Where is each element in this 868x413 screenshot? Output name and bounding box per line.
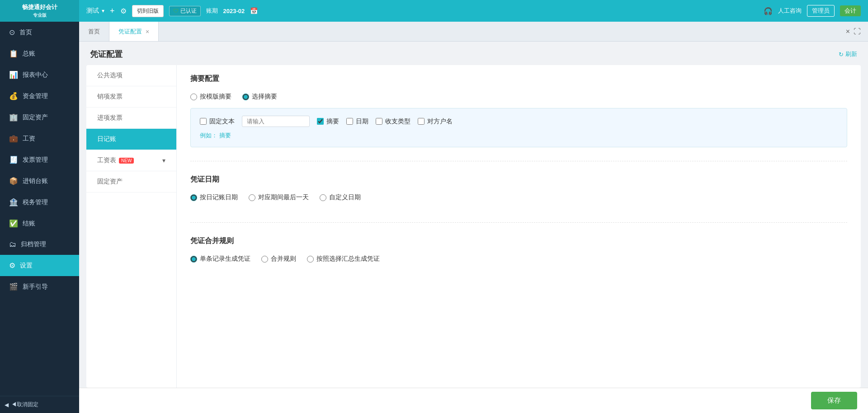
merge-summary-gen-label: 按照选择汇总生成凭证	[316, 255, 380, 263]
sidebar-item-tax[interactable]: 🏦 税务管理	[0, 192, 79, 213]
refresh-btn[interactable]: ↻ 刷新	[839, 50, 857, 58]
sidebar-collapse-btn[interactable]: ◀ ◀取消固定	[0, 396, 79, 413]
company-name-display[interactable]: 测试 ▾	[86, 7, 104, 15]
summary-template-radio[interactable]	[190, 94, 197, 100]
nav-fixed-assets-label: 固定资产	[97, 178, 123, 185]
type-checkbox[interactable]	[376, 118, 382, 125]
user-btn[interactable]: 管理员	[807, 5, 835, 17]
nav-sales-invoice[interactable]: 销项发票	[86, 86, 176, 108]
logo-line1: 畅捷通好会计	[22, 3, 57, 11]
sidebar-item-invoice[interactable]: 🧾 发票管理	[0, 149, 79, 170]
settings-icon[interactable]: ⚙	[120, 7, 127, 15]
date-option-period-last[interactable]: 对应期间最后一天	[249, 193, 309, 202]
tab-voucher-config[interactable]: 凭证配置 ×	[109, 22, 159, 41]
date-option-custom[interactable]: 自定义日期	[320, 193, 361, 202]
sidebar: ⊙ 首页 📋 总账 📊 报表中心 💰 资金管理 🏢 固定资产 💼 工资	[0, 22, 79, 413]
sidebar-item-reports[interactable]: 📊 报表中心	[0, 64, 79, 85]
date-option-journal[interactable]: 按日记账日期	[190, 193, 238, 202]
sidebar-item-assets[interactable]: 🏢 固定资产	[0, 107, 79, 128]
summary-checkbox-option[interactable]: 摘要	[317, 117, 339, 126]
nav-purchase-invoice[interactable]: 进项发票	[86, 108, 176, 129]
shield-icon: 🛡	[173, 8, 179, 14]
sidebar-item-purchase[interactable]: 📦 进销台账	[0, 170, 79, 192]
add-icon[interactable]: +	[110, 6, 115, 16]
merge-rules-radio[interactable]	[261, 256, 268, 263]
sidebar-item-settings[interactable]: ⚙ 设置	[0, 255, 79, 276]
nav-fixed-assets[interactable]: 固定资产	[86, 171, 176, 192]
sidebar-item-label-assets: 固定资产	[23, 113, 48, 122]
topbar-middle: 测试 ▾ + ⚙ 切到旧版 🛡 已认证 账期 2023-02 📅	[79, 5, 764, 17]
tab-bar: 首页 凭证配置 × × ⛶	[79, 22, 868, 42]
funds-icon: 💰	[9, 92, 18, 100]
summary-option-select[interactable]: 选择摘要	[242, 93, 277, 101]
sidebar-item-archive[interactable]: 🗂 归档管理	[0, 234, 79, 255]
accountant-btn[interactable]: 会计	[840, 5, 861, 16]
app-logo: 畅捷通好会计 专业版	[0, 0, 79, 22]
fixed-text-checkbox[interactable]	[200, 118, 207, 125]
sidebar-item-label-home: 首页	[19, 28, 32, 37]
merge-option-single[interactable]: 单条记录生成凭证	[190, 255, 250, 263]
page-content: 凭证配置 ↻ 刷新 公共选项 销项发票 进项发票	[79, 42, 868, 413]
counterpart-checkbox-label: 对方户名	[427, 117, 453, 126]
merge-option-rules[interactable]: 合并规则	[261, 255, 296, 263]
sidebar-item-label-ledger: 总账	[23, 50, 35, 58]
calendar-icon[interactable]: 📅	[250, 7, 258, 14]
main-layout: ⊙ 首页 📋 总账 📊 报表中心 💰 资金管理 🏢 固定资产 💼 工资	[0, 22, 868, 413]
guide-icon: 🎬	[9, 282, 18, 291]
sidebar-item-salary[interactable]: 💼 工资	[0, 128, 79, 149]
sidebar-item-funds[interactable]: 💰 资金管理	[0, 85, 79, 107]
tab-close-icon[interactable]: ×	[146, 28, 149, 35]
summary-checkbox-label: 摘要	[326, 117, 339, 126]
type-checkbox-option[interactable]: 收支类型	[376, 117, 410, 126]
merge-rules-label: 合并规则	[271, 255, 296, 263]
page-title: 凭证配置	[90, 49, 123, 60]
service-label[interactable]: 人工咨询	[778, 7, 802, 15]
date-checkbox[interactable]	[346, 118, 353, 125]
merge-summary-gen-radio[interactable]	[307, 256, 314, 263]
summary-checkbox[interactable]	[317, 118, 324, 125]
date-journal-radio[interactable]	[190, 194, 197, 201]
summary-select-radio[interactable]	[242, 94, 249, 100]
chevron-down-icon[interactable]: ▾	[102, 8, 104, 14]
counterpart-checkbox-option[interactable]: 对方户名	[418, 117, 453, 126]
collapse-icon: ◀	[5, 402, 9, 408]
merge-option-summary-gen[interactable]: 按照选择汇总生成凭证	[307, 255, 380, 263]
summary-options-row: 固定文本 摘要 日期	[200, 116, 838, 127]
collapse-label: ◀取消固定	[11, 401, 38, 408]
nav-payroll[interactable]: 工资表 NEW ▾	[86, 150, 176, 171]
merge-single-radio[interactable]	[190, 256, 197, 263]
purchase-icon: 📦	[9, 177, 18, 185]
certified-badge: 🛡 已认证	[169, 6, 201, 16]
new-badge: NEW	[119, 158, 134, 164]
nav-public[interactable]: 公共选项	[86, 65, 176, 86]
fixed-text-input[interactable]	[242, 116, 310, 127]
fullscreen-icon[interactable]: ⛶	[854, 28, 861, 36]
period-value: 2023-02	[223, 8, 245, 14]
summary-option-template[interactable]: 按模版摘要	[190, 93, 231, 101]
sidebar-item-ledger[interactable]: 📋 总账	[0, 43, 79, 64]
fixed-text-option[interactable]: 固定文本	[200, 117, 235, 126]
sidebar-item-label-tax: 税务管理	[23, 198, 48, 206]
fixed-text-label: 固定文本	[209, 117, 235, 126]
date-period-last-radio[interactable]	[249, 194, 255, 201]
date-custom-radio[interactable]	[320, 194, 326, 201]
example-value: 摘要	[219, 132, 231, 139]
counterpart-checkbox[interactable]	[418, 118, 425, 125]
sidebar-item-home[interactable]: ⊙ 首页	[0, 22, 79, 43]
tab-home[interactable]: 首页	[79, 22, 109, 41]
sidebar-scroll: ⊙ 首页 📋 总账 📊 报表中心 💰 资金管理 🏢 固定资产 💼 工资	[0, 22, 79, 396]
nav-journal-label: 日记账	[97, 135, 116, 142]
merge-radio-group: 单条记录生成凭证 合并规则 按照选择汇总生成凭证	[190, 255, 847, 263]
example-label: 例如：	[200, 132, 217, 139]
sidebar-item-guide[interactable]: 🎬 新手引导	[0, 276, 79, 297]
switch-old-btn[interactable]: 切到旧版	[132, 5, 164, 17]
save-btn[interactable]: 保存	[811, 392, 857, 409]
sidebar-item-label-guide: 新手引导	[23, 283, 48, 291]
certified-label: 已认证	[180, 7, 197, 15]
main-panel: 公共选项 销项发票 进项发票 日记账 工资表 NEW	[86, 65, 861, 388]
close-window-icon[interactable]: ×	[846, 28, 850, 36]
sidebar-item-settle[interactable]: ✅ 结账	[0, 213, 79, 234]
date-checkbox-option[interactable]: 日期	[346, 117, 368, 126]
nav-journal[interactable]: 日记账	[86, 129, 176, 150]
topbar-right: 🎧 人工咨询 管理员 会计	[764, 5, 868, 17]
